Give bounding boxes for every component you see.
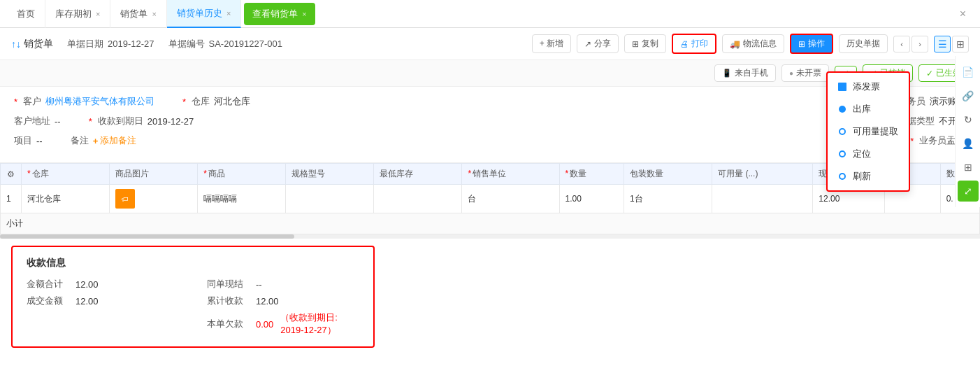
warehouse-field: * 仓库 河北仓库 [182, 95, 250, 108]
sidebar-expand-icon[interactable]: ⤢ [958, 181, 979, 202]
customer-field: * 客户 柳州粤港平安气体有限公司 [14, 95, 154, 108]
form-row-3: 项目 -- 备注 + 添加备注 * 业务员盂 -- [14, 134, 966, 147]
warehouse-value: 河北仓库 [214, 95, 250, 108]
unissued-button[interactable]: ● 未开票 [781, 64, 829, 82]
col-pack-qty: 包装数量 [624, 164, 712, 185]
payment-row-owed: 本单欠款 0.00 （收款到期日: 2019-12-27） [207, 311, 359, 337]
col-product: *商品 [198, 164, 286, 185]
share-button[interactable]: ↗ 分享 [577, 34, 619, 53]
row-available [712, 185, 813, 213]
prev-record-button[interactable]: ‹ [893, 36, 910, 52]
from-phone-button[interactable]: 📱 来自手机 [714, 64, 776, 82]
tab-inventory-init[interactable]: 库存期初 × [45, 0, 110, 28]
nav-arrows: ‹ › [893, 36, 928, 52]
col-available: 可用量 (...) [712, 164, 813, 185]
sidebar-user-icon[interactable]: 👤 [958, 133, 979, 154]
project-value: -- [36, 136, 43, 146]
list-view-button[interactable]: ☰ [934, 36, 951, 52]
payment-row-total: 金额合计 12.00 [27, 278, 179, 290]
plus-icon: + [93, 136, 99, 146]
grid-view-button[interactable]: ⊞ [952, 36, 969, 52]
customer-value[interactable]: 柳州粤港平安气体有限公司 [45, 95, 154, 108]
doc-actions: + 新增 ↗ 分享 ⊞ 复制 🖨 打印 🚚 物流信息 ⊞ 操作 历史单据 [532, 34, 969, 54]
dropdown-locate[interactable]: 定位 [828, 143, 909, 165]
project-field: 项目 -- [14, 134, 43, 147]
row-product: 嗝嗝嗝嗝 [198, 185, 286, 213]
share-icon: ↗ [584, 39, 591, 49]
copy-button[interactable]: ⊞ 复制 [624, 34, 666, 53]
add-note-button[interactable]: + 添加备注 [93, 134, 137, 147]
close-tab-sales-order[interactable]: × [152, 10, 156, 18]
logistics-button[interactable]: 🚚 物流信息 [722, 34, 784, 53]
row-spec [286, 185, 374, 213]
sidebar-table-icon[interactable]: ⊞ [958, 157, 979, 178]
salesperson-label: 业务员盂 [919, 134, 956, 147]
sidebar-refresh-icon[interactable]: ↻ [958, 109, 979, 130]
address-value: -- [55, 116, 61, 127]
scroll-thumb[interactable] [0, 234, 294, 239]
history-button[interactable]: 历史单据 [839, 34, 888, 53]
salesperson-required-star: * [910, 136, 914, 146]
date-label: 单据日期 [67, 38, 103, 50]
close-tab-sales-order-history[interactable]: × [226, 9, 231, 17]
product-image: 🏷 [115, 189, 135, 209]
payment-row-deal: 成交金额 12.00 [27, 295, 179, 307]
document-header: ↑↓ 销货单 单据日期 2019-12-27 单据编号 SA-20191227-… [0, 28, 980, 60]
close-tab-inventory-init[interactable]: × [96, 10, 100, 18]
form-row-1: * 客户 柳州粤港平安气体有限公司 * 仓库 河北仓库 业务员 演示账号 [14, 95, 966, 108]
payment-grid: 金额合计 12.00 同单现结 -- 成交金额 12.00 累计收款 12.00… [27, 278, 359, 337]
col-min-stock: 最低库存 [374, 164, 462, 185]
effective-icon: ✓ [926, 69, 933, 78]
sidebar-document-icon[interactable]: 📄 [958, 62, 979, 83]
add-button[interactable]: + 新增 [532, 34, 571, 53]
doc-title: ↑↓ 销货单 [11, 38, 53, 50]
due-date-value: 2019-12-27 [147, 116, 194, 127]
payment-section: 收款信息 金额合计 12.00 同单现结 -- 成交金额 12.00 累计收款 … [11, 246, 375, 348]
dropdown-add-invoice[interactable]: 添发票 [828, 76, 909, 98]
subtotal-label: 小计 [1, 213, 980, 234]
available-extract-icon [837, 127, 847, 136]
col-qty: *数量 [559, 164, 624, 185]
address-field: 客户地址 -- [14, 115, 61, 127]
due-date-required-star: * [89, 116, 92, 127]
number-meta: 单据编号 SA-20191227-001 [168, 38, 283, 50]
operations-button[interactable]: ⊞ 操作 [790, 34, 833, 54]
sidebar-link-icon[interactable]: 🔗 [958, 85, 979, 106]
col-warehouse: *仓库 [22, 164, 110, 185]
dropdown-refresh[interactable]: 刷新 [828, 165, 909, 188]
tab-sales-order[interactable]: 销货单 × [110, 0, 166, 28]
close-window-button[interactable]: × [953, 8, 973, 20]
scroll-bar[interactable] [0, 234, 980, 239]
next-record-button[interactable]: › [911, 36, 928, 52]
date-value: 2019-12-27 [108, 38, 154, 49]
customer-label: 客户 [23, 95, 41, 108]
warehouse-required-star: * [182, 97, 186, 107]
row-warehouse: 河北仓库 [22, 185, 110, 213]
main-content: ↑↓ 销货单 单据日期 2019-12-27 单据编号 SA-20191227-… [0, 28, 980, 373]
print-button[interactable]: 🖨 打印 [672, 34, 716, 54]
operations-dropdown: 添发票 出库 可用量提取 定位 刷新 [826, 71, 910, 192]
subtotal-row: 小计 [1, 213, 980, 234]
due-date-field: * 收款到期日 2019-12-27 [89, 115, 194, 127]
number-label: 单据编号 [168, 38, 205, 50]
dropdown-outbound[interactable]: 出库 [828, 98, 909, 120]
tab-bar: 首页 库存期初 × 销货单 × 销货单历史 × 查看销货单 × × [0, 0, 980, 28]
tab-view-sales-order[interactable]: 查看销货单 × [244, 3, 315, 25]
note-field: 备注 + 添加备注 [71, 134, 137, 147]
row-product-img: 🏷 [110, 185, 198, 213]
add-invoice-icon [837, 82, 847, 92]
phone-icon: 📱 [722, 69, 732, 78]
col-settings: ⚙ [1, 164, 22, 185]
dropdown-available-extract[interactable]: 可用量提取 [828, 120, 909, 143]
tab-home[interactable]: 首页 [7, 0, 45, 28]
tab-sales-order-history[interactable]: 销货单历史 × [167, 0, 241, 28]
close-tab-view-sales-order[interactable]: × [302, 10, 306, 18]
address-label: 客户地址 [14, 115, 50, 127]
row-qty: 1.00 [559, 185, 624, 213]
col-product-img: 商品图片 [110, 164, 198, 185]
refresh-dropdown-icon [837, 171, 847, 181]
row-pack-qty: 1台 [624, 185, 712, 213]
row-num: 1 [1, 185, 22, 213]
due-date-label: 收款到期日 [98, 115, 143, 127]
payment-row-received: 累计收款 12.00 [207, 295, 359, 307]
